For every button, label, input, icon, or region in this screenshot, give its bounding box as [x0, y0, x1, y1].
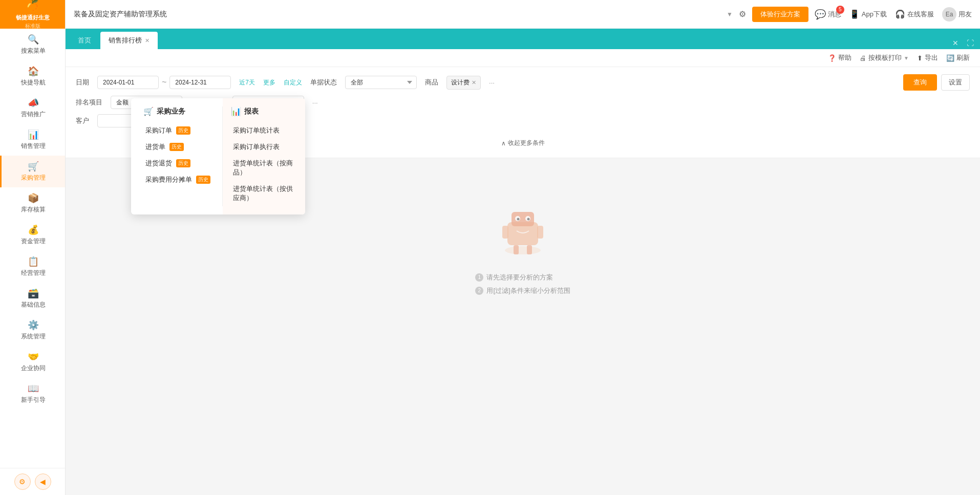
- goods-receipt-stat-goods-item[interactable]: 进货单统计表（按商品）: [231, 155, 302, 181]
- app-download-group[interactable]: 📱 App下载: [849, 9, 887, 19]
- sales-icon: 📊: [28, 129, 39, 140]
- sidebar-item-marketing[interactable]: 📣 营销推广: [0, 92, 65, 124]
- voucher-status-select[interactable]: 全部 已审核 未审核: [345, 76, 417, 89]
- sidebar-item-label: 企业协同: [21, 364, 46, 373]
- sidebar-item-guide[interactable]: 📖 新手引导: [0, 378, 65, 410]
- finance-icon: 💰: [28, 224, 39, 235]
- topbar-settings-icon[interactable]: ⚙: [739, 9, 746, 19]
- goods-more-ellipsis[interactable]: ···: [489, 79, 495, 87]
- sidebar-item-inventory[interactable]: 📦 库存核算: [0, 187, 65, 219]
- salesperson-ellipsis[interactable]: ···: [312, 99, 318, 106]
- sidebar-item-quick-nav[interactable]: 🏠 快捷导航: [0, 60, 65, 92]
- goods-receipt-history-badge: 历史: [169, 143, 184, 151]
- svg-point-0: [505, 246, 541, 254]
- tab-sales-rank[interactable]: 销售排行榜 ✕: [100, 32, 158, 49]
- user-name-label: 用友: [958, 10, 972, 19]
- tip-text-1: 请先选择要分析的方案: [486, 271, 553, 284]
- sidebar-item-label: 营销推广: [21, 110, 46, 119]
- purchase-dropdown-menu: 🛒 采购业务 采购订单 历史 进货单 历史 进货退货 历史 采购费用分摊单: [131, 98, 305, 214]
- purchase-col: 🛒 采购业务 采购订单 历史 进货单 历史 进货退货 历史 采购费用分摊单: [139, 106, 223, 206]
- basic-info-icon: 🗃️: [28, 288, 39, 299]
- customer-label: 客户: [76, 116, 89, 125]
- settings-bottom-btn[interactable]: ⚙: [14, 474, 31, 490]
- goods-receipt-stat-goods-label: 进货单统计表（按商品）: [233, 159, 300, 177]
- date-shortcut-7days[interactable]: 近7天: [239, 78, 255, 87]
- purchase-order-item[interactable]: 采购订单 历史: [143, 122, 214, 139]
- filter-row-1: 日期 ~ 近7天 更多 自定义 单据状态 全部 已审核 未审核: [76, 74, 970, 91]
- help-icon: ❓: [828, 54, 836, 62]
- expand-tab-btn[interactable]: ⛶: [965, 37, 976, 49]
- refresh-btn[interactable]: 🔄 刷新: [946, 53, 970, 62]
- sidebar-item-enterprise[interactable]: 🤝 企业协同: [0, 346, 65, 378]
- svg-rect-2: [512, 212, 534, 226]
- date-end-input[interactable]: [169, 76, 231, 89]
- tab-home[interactable]: 首页: [70, 32, 99, 49]
- sidebar-item-search[interactable]: 🔍 搜索菜单: [0, 29, 65, 60]
- sidebar-item-basic-info[interactable]: 🗃️ 基础信息: [0, 283, 65, 314]
- search-icon: 🔍: [28, 34, 39, 45]
- topbar-icons: 💬 消息 5 📱 App下载 🎧 在线客服 Ea 用友: [815, 7, 972, 21]
- message-badge: 5: [836, 6, 844, 14]
- purchase-icon: 🛒: [28, 161, 39, 172]
- sidebar-item-label: 销售管理: [21, 142, 46, 150]
- collapse-text: 收起更多条件: [508, 139, 545, 147]
- goods-receipt-item[interactable]: 进货单 历史: [143, 139, 214, 155]
- svg-point-6: [527, 218, 530, 221]
- goods-receipt-stat-supplier-item[interactable]: 进货单统计表（按供应商）: [231, 181, 302, 206]
- date-shortcut-custom[interactable]: 自定义: [284, 78, 302, 87]
- logo-icon: 🍊: [26, 0, 39, 13]
- sidebar-item-operations[interactable]: 📋 经营管理: [0, 251, 65, 283]
- close-tab-btn[interactable]: ✕: [950, 37, 961, 49]
- purchase-section-title: 🛒 采购业务: [143, 106, 214, 116]
- message-icon-group[interactable]: 💬 消息 5: [815, 9, 841, 20]
- avatar: Ea: [942, 7, 956, 21]
- system-icon: ⚙️: [28, 319, 39, 331]
- sidebar-item-label: 库存核算: [21, 205, 46, 214]
- toolbar-row: ❓ 帮助 🖨 按模板打印 ▼ ⬆ 导出 🔄 刷新: [66, 49, 980, 67]
- sidebar-item-label: 采购管理: [21, 174, 46, 182]
- date-start-input[interactable]: [97, 76, 159, 89]
- purchase-section-label: 采购业务: [157, 107, 185, 116]
- title-dropdown-arrow[interactable]: ▼: [727, 11, 733, 18]
- sidebar-item-label: 资金管理: [21, 237, 46, 246]
- tabs-right: ✕ ⛶: [950, 37, 976, 49]
- purchase-order-stat-item[interactable]: 采购订单统计表: [231, 122, 302, 139]
- collapse-sidebar-btn[interactable]: ◀: [35, 474, 51, 490]
- sidebar-item-sales[interactable]: 📊 销售管理: [0, 124, 65, 156]
- tip-text-2: 用[过滤]条件来缩小分析范围: [486, 284, 570, 297]
- help-label: 帮助: [838, 53, 851, 62]
- nav-tabs: 首页 销售排行榜 ✕ ✕ ⛶: [66, 29, 980, 49]
- sidebar-item-system[interactable]: ⚙️ 系统管理: [0, 314, 65, 346]
- export-btn[interactable]: ⬆ 导出: [917, 53, 938, 62]
- purchase-section-icon: 🛒: [143, 106, 154, 116]
- sidebar-item-label: 系统管理: [21, 332, 46, 341]
- help-btn[interactable]: ❓ 帮助: [828, 53, 851, 62]
- settings-btn[interactable]: 设置: [941, 74, 970, 91]
- svg-rect-7: [502, 226, 508, 239]
- online-service-group[interactable]: 🎧 在线客服: [895, 9, 934, 19]
- return-goods-item[interactable]: 进货退货 历史: [143, 155, 214, 171]
- sidebar-item-purchase[interactable]: 🛒 采购管理: [0, 156, 65, 187]
- operations-icon: 📋: [28, 256, 39, 267]
- export-icon: ⬆: [917, 54, 923, 62]
- purchase-expense-history-badge: 历史: [196, 176, 210, 184]
- industry-btn[interactable]: 体验行业方案: [752, 7, 808, 22]
- print-dropdown-icon[interactable]: ▼: [904, 55, 909, 61]
- filter-actions: 查询 设置: [903, 74, 970, 91]
- purchase-expense-item[interactable]: 采购费用分摊单 历史: [143, 171, 214, 188]
- user-group[interactable]: Ea 用友: [942, 7, 972, 21]
- tab-close-icon[interactable]: ✕: [145, 37, 150, 44]
- goods-tag-close[interactable]: ✕: [472, 79, 476, 86]
- query-btn[interactable]: 查询: [903, 74, 937, 91]
- goods-receipt-label: 进货单: [145, 142, 165, 152]
- purchase-order-exec-item[interactable]: 采购订单执行表: [231, 139, 302, 155]
- sidebar-item-label: 基础信息: [21, 300, 46, 309]
- goods-label: 商品: [425, 78, 438, 87]
- collapse-btn[interactable]: ∧ 收起更多条件: [498, 136, 548, 150]
- app-download-label: App下载: [862, 10, 887, 19]
- date-shortcut-more[interactable]: 更多: [263, 78, 275, 87]
- print-btn[interactable]: 🖨 按模板打印 ▼: [860, 53, 909, 62]
- sidebar-item-label: 新手引导: [21, 396, 46, 404]
- date-label: 日期: [76, 78, 89, 87]
- sidebar-item-finance[interactable]: 💰 资金管理: [0, 219, 65, 251]
